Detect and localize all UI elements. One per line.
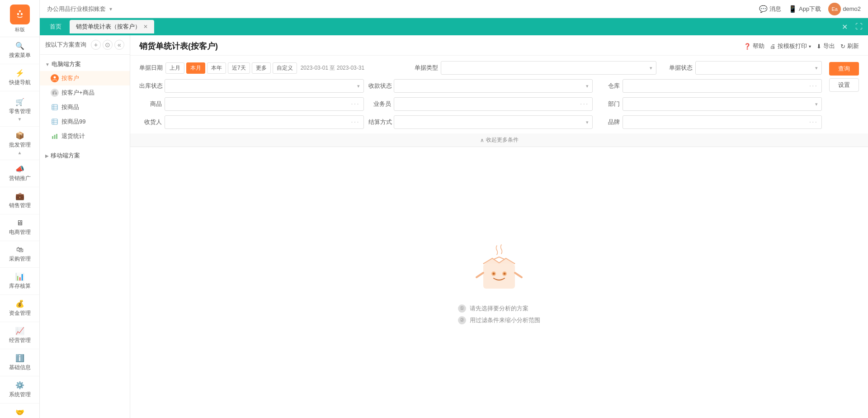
sidebar-item-retail[interactable]: 🛒 零售管理 ▼ [0, 93, 39, 127]
header-title: 办公用品行业模拟账套 [47, 5, 106, 13]
print-btn[interactable]: 🖨 按模板打印 ▾ [770, 42, 811, 50]
scheme-add-btn[interactable]: + [91, 40, 101, 50]
date-btn-custom[interactable]: 自定义 [273, 62, 297, 74]
date-btn-7days[interactable]: 近7天 [228, 62, 250, 74]
mobile-section-title[interactable]: ▶ 移动端方案 [40, 149, 130, 162]
empty-tip-2: ② 用过滤条件来缩小分析范围 [458, 316, 540, 324]
date-row: 单据日期 上月 本月 本年 近7天 更多 自定义 2023-03-01 至 20… [139, 61, 822, 75]
sidebar-item-search[interactable]: 🔍 搜索菜单 [0, 37, 39, 64]
scheme-item-customer-goods[interactable]: 按客户+商品 [40, 86, 130, 100]
tip-num-1: ① [458, 304, 466, 313]
brand-select[interactable]: ··· [623, 115, 822, 129]
tip-1-text: 请先选择要分析的方案 [470, 304, 528, 313]
payment-status-arrow: ▾ [586, 83, 589, 89]
export-icon: ⬇ [816, 43, 821, 50]
tab-sales-stats[interactable]: 销货单统计表（按客户） ✕ [70, 20, 154, 33]
payment-status-field: 收款状态 ▾ [368, 79, 593, 93]
tab-bar-actions: ✕ ⛶ [839, 21, 864, 32]
scheme-item-by-goods[interactable]: 按商品 [40, 100, 130, 114]
svg-rect-20 [483, 264, 515, 289]
payment-status-select[interactable]: ▾ [394, 79, 593, 93]
sidebar-item-purchase[interactable]: 🛍 采购管理 [0, 241, 39, 268]
payment-status-label: 收款状态 [368, 82, 391, 90]
wholesale-icon: 📦 [15, 131, 24, 140]
scheme-collapse-btn[interactable]: « [114, 40, 124, 50]
tab-expand-btn[interactable]: ⛶ [854, 21, 864, 32]
svg-point-23 [493, 272, 495, 275]
sidebar-item-inventory[interactable]: 📊 库存核算 [0, 268, 39, 295]
stock-status-select[interactable]: ▾ [165, 79, 364, 93]
scheme-item-return[interactable]: 退货统计 [40, 129, 130, 143]
refresh-btn[interactable]: ↻ 刷新 [840, 42, 859, 50]
sidebar-item-operations[interactable]: 📈 经营管理 [0, 322, 39, 349]
order-status-select[interactable]: ▾ [695, 61, 822, 75]
receiver-label: 收货人 [139, 118, 162, 126]
date-btn-this-year[interactable]: 本年 [207, 62, 226, 74]
settings-btn[interactable]: 设置 [829, 78, 859, 92]
tab-close-all-btn[interactable]: ✕ [839, 21, 850, 32]
export-btn[interactable]: ⬇ 导出 [816, 42, 835, 50]
filter-fields: 单据日期 上月 本月 本年 近7天 更多 自定义 2023-03-01 至 20… [139, 61, 822, 133]
brand-label: 品牌 [597, 118, 620, 126]
sidebar-label-quick-nav: 快捷导航 [9, 79, 31, 86]
sidebar-item-marketing[interactable]: 📣 营销推广 [0, 160, 39, 187]
tab-home[interactable]: 首页 [43, 20, 68, 33]
help-btn[interactable]: ❓ 帮助 [744, 42, 764, 50]
sidebar-label-wholesale: 批发管理 [9, 141, 31, 149]
enterprise-icon: 🤝 [15, 408, 24, 417]
sidebar-label-inventory: 库存核算 [9, 282, 31, 290]
logo: 标版 [0, 0, 39, 37]
desktop-section-title[interactable]: ▼ 电脑端方案 [40, 57, 130, 71]
messages-btn[interactable]: 💬 消息 [759, 5, 781, 13]
scheme-item-goods-label: 按商品 [61, 103, 79, 111]
goods-icon [51, 103, 59, 111]
desktop-arrow: ▼ [45, 62, 50, 67]
date-range-text: 2023-03-01 至 2023-03-31 [301, 64, 364, 72]
sidebar-item-quick-nav[interactable]: ⚡ 快捷导航 [0, 64, 39, 91]
sidebar-item-enterprise[interactable]: 🤝 企业协同 [0, 404, 39, 418]
main-content: 办公用品行业模拟账套 ▾ 💬 消息 📱 App下载 Ea demo2 首页 [40, 0, 868, 418]
receiver-select[interactable]: ··· [165, 115, 364, 129]
user-area[interactable]: Ea demo2 [828, 3, 861, 15]
empty-icon [472, 241, 526, 295]
date-btn-prev-month[interactable]: 上月 [165, 62, 184, 74]
date-btn-more[interactable]: 更多 [252, 62, 271, 74]
scheme-panel: 按以下方案查询 + ⊙ « ▼ 电脑端方案 [40, 35, 130, 418]
print-icon: 🖨 [770, 43, 776, 50]
header-dropdown-icon[interactable]: ▾ [109, 6, 112, 12]
print-dropdown-arrow: ▾ [809, 44, 811, 49]
tab-close-btn[interactable]: ✕ [143, 24, 148, 29]
header-actions: 💬 消息 📱 App下载 Ea demo2 [759, 3, 861, 15]
sidebar-item-basic-info[interactable]: ℹ️ 基础信息 [0, 349, 39, 376]
department-select[interactable]: ▾ [623, 97, 822, 111]
sidebar-label-operations: 经营管理 [9, 337, 31, 344]
sidebar-item-ecommerce[interactable]: 🖥 电商管理 [0, 214, 39, 241]
scheme-item-by-customer[interactable]: 按客户 [40, 71, 130, 86]
top-header: 办公用品行业模拟账套 ▾ 💬 消息 📱 App下载 Ea demo2 [40, 0, 868, 18]
collapse-bar[interactable]: ∧ 收起更多条件 [130, 133, 868, 147]
order-type-select[interactable]: ▾ [441, 61, 656, 75]
warehouse-dots: ··· [809, 82, 818, 90]
date-btn-this-month[interactable]: 本月 [186, 62, 205, 74]
scheme-item-goods99[interactable]: 按商品99 [40, 114, 130, 129]
sidebar-item-finance[interactable]: 💰 资金管理 [0, 295, 39, 322]
order-type-arrow: ▾ [650, 65, 652, 71]
svg-rect-9 [52, 104, 57, 110]
payment-method-select[interactable]: ▾ [394, 115, 593, 129]
query-btn[interactable]: 查询 [829, 62, 859, 76]
sidebar-item-sales[interactable]: 💼 销售管理 [0, 187, 39, 214]
message-icon: 💬 [759, 5, 768, 13]
order-status-label: 单据状态 [667, 64, 693, 72]
sidebar-item-system[interactable]: ⚙️ 系统管理 [0, 376, 39, 404]
scheme-panel-header: 按以下方案查询 + ⊙ « [40, 35, 130, 55]
tip-2-text: 用过滤条件来缩小分析范围 [470, 316, 540, 324]
filter-area: 单据日期 上月 本月 本年 近7天 更多 自定义 2023-03-01 至 20… [130, 56, 868, 133]
warehouse-select[interactable]: ··· [623, 79, 822, 93]
app-download-btn[interactable]: 📱 App下载 [788, 5, 821, 13]
scheme-settings-btn[interactable]: ⊙ [103, 40, 113, 50]
order-status-field: 单据状态 ▾ [667, 61, 822, 75]
goods-select[interactable]: ··· [165, 97, 364, 111]
sidebar-item-wholesale[interactable]: 📦 批发管理 ▲ [0, 127, 39, 160]
salesperson-select[interactable]: ··· [394, 97, 593, 111]
tip-num-2: ② [458, 316, 466, 324]
